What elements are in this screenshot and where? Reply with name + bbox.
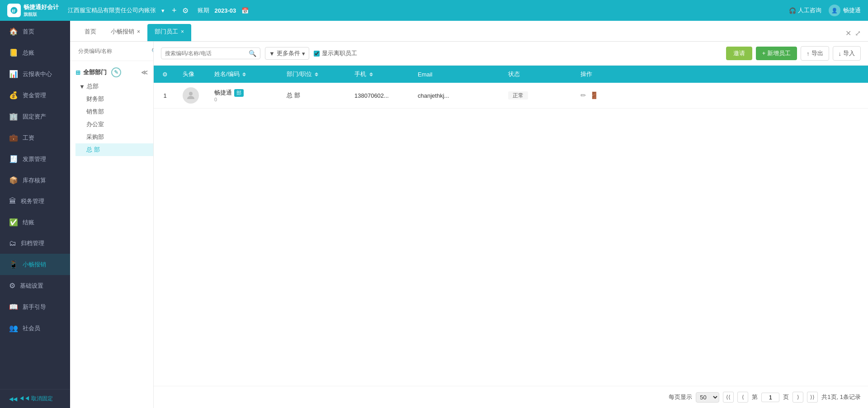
period-value[interactable]: 2023-03 (215, 7, 236, 14)
main-layout: 🏠 首页 📒 总账 📊 云报表中心 💰 资金管理 🏢 固定资产 💼 工资 🧾 发… (0, 21, 868, 408)
funds-icon: 💰 (9, 91, 18, 100)
svg-text:好: 好 (11, 9, 16, 13)
employee-search-icon[interactable]: 🔍 (249, 50, 256, 57)
import-label: 导入 (843, 49, 855, 57)
close-all-tabs-button[interactable]: ✕ (845, 29, 851, 38)
delete-employee-button[interactable]: 🚪 (590, 91, 599, 100)
employee-dept-badge: 部 (234, 89, 244, 97)
table: ⚙ 头像 姓名/编码 部门/职位 (154, 66, 868, 109)
row-phone-cell: 138070602... (348, 83, 411, 109)
per-page-select[interactable]: 20 50 100 (696, 392, 719, 403)
sidebar-item-reports[interactable]: 📊 云报表中心 (0, 63, 70, 85)
col-phone[interactable]: 手机 (348, 66, 411, 83)
company-dropdown[interactable]: ▾ (161, 7, 165, 14)
sidebar-item-home[interactable]: 🏠 首页 (0, 21, 70, 42)
sidebar-item-funds[interactable]: 💰 资金管理 (0, 85, 70, 106)
sidebar-item-inventory[interactable]: 📦 库存核算 (0, 170, 70, 191)
topbar-right: 🎧 人工咨询 👤 畅捷通 (789, 5, 861, 16)
assets-icon: 🏢 (9, 112, 18, 121)
sidebar-label-member: 社会员 (23, 324, 40, 332)
show-resigned-checkbox[interactable] (314, 51, 320, 57)
col-settings[interactable]: ⚙ (154, 66, 176, 83)
sidebar-item-payroll[interactable]: 💼 工资 (0, 127, 70, 148)
page-content: 🔍 ⊞ 全部部门 ✎ ≪ ▼ 总部 财 (70, 42, 868, 408)
unpin-sidebar-button[interactable]: ◀◀ ◀◀ 取消固定 (0, 389, 70, 408)
sidebar-item-expense[interactable]: 📱 小畅报销 (0, 254, 70, 275)
dept-group-header-headquarters[interactable]: ▼ 总部 (75, 80, 153, 93)
sidebar-item-tax[interactable]: 🏛 税务管理 (0, 191, 70, 212)
sidebar-label-ledger: 总账 (23, 49, 34, 57)
phone-sort-icon (369, 72, 373, 76)
table-header-row: ⚙ 头像 姓名/编码 部门/职位 (154, 66, 868, 83)
last-page-button[interactable]: ⟩⟩ (807, 392, 818, 403)
sidebar-item-guide[interactable]: 📖 新手引导 (0, 296, 70, 318)
prev-page-button[interactable]: ⟨ (737, 392, 748, 403)
col-name[interactable]: 姓名/编码 (208, 66, 280, 83)
calendar-icon[interactable]: 📅 (241, 7, 249, 14)
user-menu[interactable]: 👤 畅捷通 (829, 5, 861, 16)
row-actions-cell: ✏ 🚪 (574, 83, 868, 109)
dept-all-label: 全部部门 (83, 68, 107, 76)
dept-search-input[interactable] (75, 46, 150, 56)
dept-all-button[interactable]: ⊞ 全部部门 ✎ ≪ (70, 65, 153, 80)
filter-icon: ▼ (269, 50, 275, 57)
employee-search-input[interactable] (165, 50, 247, 57)
tab-department-close[interactable]: × (181, 28, 184, 35)
more-filter-button[interactable]: ▼ 更多条件 ▾ (265, 47, 309, 60)
svg-point-2 (189, 92, 193, 95)
app-title: 畅捷通好会计 (24, 3, 59, 11)
dept-item-finance[interactable]: 财务部 (75, 93, 153, 105)
col-dept[interactable]: 部门/职位 (280, 66, 348, 83)
employee-name: 畅捷通 (214, 89, 232, 97)
ledger-icon: 📒 (9, 48, 18, 57)
dept-edit-button[interactable]: ✎ (111, 67, 121, 77)
sidebar-item-archive[interactable]: 🗂 归档管理 (0, 233, 70, 254)
employee-panel: 🔍 ▼ 更多条件 ▾ 显示离职员工 邀请 + 新增员工 (154, 42, 868, 408)
tab-expense[interactable]: 小畅报销 × (104, 24, 147, 41)
tab-home-label: 首页 (85, 28, 96, 36)
edition-label: 旗舰版 (24, 11, 59, 18)
add-tab-button[interactable]: + (172, 6, 177, 15)
dept-item-headquarters[interactable]: 总 部 (75, 143, 153, 156)
sidebar-item-invoice[interactable]: 🧾 发票管理 (0, 148, 70, 170)
sidebar-label-close: 结账 (23, 218, 34, 227)
employee-phone: 138070602... (354, 92, 389, 99)
filter-label: 更多条件 (277, 49, 300, 57)
next-page-button[interactable]: ⟩ (793, 392, 803, 403)
export-button[interactable]: ↑ 导出 (801, 46, 829, 61)
filter-chevron-icon: ▾ (302, 50, 305, 57)
sidebar-item-member[interactable]: 👥 社会员 (0, 318, 70, 339)
dept-item-sales[interactable]: 销售部 (75, 105, 153, 118)
dept-group-headquarters: ▼ 总部 财务部 销售部 办公室 采购部 (70, 80, 153, 156)
settings-icon[interactable]: ⚙ (182, 6, 189, 15)
dept-item-purchasing[interactable]: 采购部 (75, 131, 153, 143)
expand-button[interactable]: ⤢ (855, 29, 861, 38)
col-status: 状态 (502, 66, 574, 83)
sidebar-item-close[interactable]: ✅ 结账 (0, 212, 70, 233)
add-employee-button[interactable]: + 新增员工 (756, 47, 797, 60)
support-button[interactable]: 🎧 人工咨询 (789, 6, 821, 14)
sidebar-label-expense: 小畅报销 (23, 261, 46, 269)
grid-icon: ⊞ (75, 69, 80, 76)
tab-expense-close[interactable]: × (137, 28, 140, 35)
dept-collapse-button[interactable]: ≪ (141, 69, 148, 76)
first-page-button[interactable]: ⟨⟨ (723, 392, 734, 403)
tab-department[interactable]: 部门员工 × (147, 24, 191, 41)
unpin-label: ◀◀ 取消固定 (19, 395, 53, 403)
page-number-input[interactable] (761, 393, 779, 402)
sidebar-item-general-ledger[interactable]: 📒 总账 (0, 42, 70, 63)
dept-tree: ⊞ 全部部门 ✎ ≪ ▼ 总部 财务部 销 (70, 61, 153, 160)
sidebar-item-basic-settings[interactable]: ⚙ 基础设置 (0, 275, 70, 296)
tab-bar: 首页 小畅报销 × 部门员工 × ✕ ⤢ (70, 21, 868, 42)
row-index: 1 (154, 83, 176, 109)
tab-home[interactable]: 首页 (77, 24, 104, 41)
dept-label-headquarters: 总 部 (86, 146, 100, 153)
edit-employee-button[interactable]: ✏ (580, 91, 586, 100)
dept-item-office[interactable]: 办公室 (75, 118, 153, 131)
expense-icon: 📱 (9, 260, 18, 269)
import-button[interactable]: ↓ 导入 (833, 46, 861, 61)
invite-button[interactable]: 邀请 (726, 47, 752, 60)
sidebar-item-assets[interactable]: 🏢 固定资产 (0, 106, 70, 127)
row-name-cell: 畅捷通 部 0 (208, 83, 280, 109)
show-resigned-checkbox-label[interactable]: 显示离职员工 (314, 49, 357, 57)
